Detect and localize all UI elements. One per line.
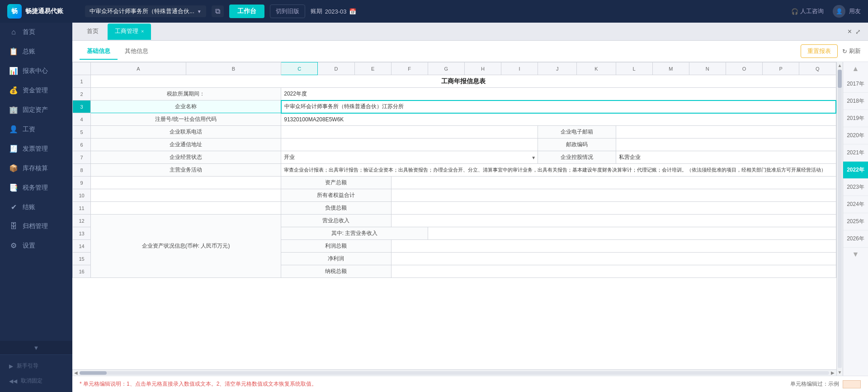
year-item-2026[interactable]: 2026年 bbox=[843, 230, 868, 248]
v-scroll-thumb[interactable] bbox=[838, 70, 842, 88]
col-O[interactable]: O bbox=[726, 62, 762, 75]
col-F[interactable]: F bbox=[391, 62, 428, 75]
col-M[interactable]: M bbox=[652, 62, 689, 75]
sidebar-bottom: ▶ 新手引导 ◀◀ 取消固定 bbox=[0, 354, 72, 392]
col-I[interactable]: I bbox=[501, 62, 538, 75]
table-row: 8 主营业务活动 审查企业会计报表；出具审计报告；验证企业资本；出具验资报告；办… bbox=[73, 164, 836, 177]
guide-icon: ▶ bbox=[9, 363, 13, 369]
company-selector[interactable]: 中审众环会计师事务所（特殊普通合伙... ▼ bbox=[85, 5, 206, 17]
v-scroll-track[interactable] bbox=[838, 70, 842, 368]
year-panel-up[interactable]: ▲ bbox=[843, 62, 868, 76]
sidebar-item-assets[interactable]: 🏢 固定资产 bbox=[0, 100, 72, 120]
vertical-scrollbar[interactable]: ▲ ▼ bbox=[836, 62, 843, 376]
cell-9-label: 资产总额 bbox=[281, 177, 391, 189]
row-num-7: 7 bbox=[73, 151, 91, 164]
sidebar-item-label: 资金管理 bbox=[23, 86, 48, 95]
spreadsheet-container[interactable]: A B C D E F G H I J bbox=[72, 62, 836, 369]
reset-report-button[interactable]: 重置报表 bbox=[801, 44, 838, 58]
col-J[interactable]: J bbox=[538, 62, 577, 75]
cell-10-value[interactable] bbox=[391, 189, 836, 202]
support-button[interactable]: 🎧 人工咨询 bbox=[791, 7, 824, 15]
sidebar-item-ledger[interactable]: 📋 总账 bbox=[0, 42, 72, 61]
year-item-2023[interactable]: 2023年 bbox=[843, 179, 868, 196]
cell-5-value1[interactable] bbox=[281, 126, 538, 139]
year-item-2024[interactable]: 2024年 bbox=[843, 196, 868, 213]
close-tab-icon[interactable]: × bbox=[141, 29, 144, 34]
cell-5-value2[interactable] bbox=[616, 126, 836, 139]
col-H[interactable]: H bbox=[464, 62, 501, 75]
sidebar-item-guide[interactable]: ▶ 新手引导 bbox=[0, 359, 72, 373]
scroll-track[interactable] bbox=[80, 371, 829, 375]
refresh-button[interactable]: ↻ 刷新 bbox=[842, 47, 861, 55]
tax-icon: 📑 bbox=[9, 183, 18, 192]
col-D[interactable]: D bbox=[318, 62, 354, 75]
calendar-icon[interactable]: 📅 bbox=[349, 8, 356, 15]
sub-tab-other[interactable]: 其他信息 bbox=[118, 43, 156, 60]
col-G[interactable]: G bbox=[428, 62, 464, 75]
scroll-up-button[interactable]: ▲ bbox=[837, 62, 843, 69]
sidebar-item-invoice[interactable]: 🧾 发票管理 bbox=[0, 139, 72, 158]
year-item-2019[interactable]: 2019年 bbox=[843, 110, 868, 127]
year-item-2018[interactable]: 2018年 bbox=[843, 93, 868, 110]
cell-11-value[interactable] bbox=[391, 202, 836, 215]
tab-home[interactable]: 首页 bbox=[80, 24, 106, 40]
cell-2-value[interactable]: 2022年度 bbox=[281, 88, 836, 100]
cell-13-value[interactable] bbox=[428, 227, 836, 240]
sidebar-item-home[interactable]: ⌂ 首页 bbox=[0, 23, 72, 42]
sidebar-item-funds[interactable]: 💰 资金管理 bbox=[0, 81, 72, 100]
close-window-button[interactable]: × bbox=[848, 28, 852, 36]
cell-3-value[interactable]: 中审众环会计师事务所（特殊普通合伙）江苏分所 bbox=[281, 100, 836, 113]
cell-16-value[interactable] bbox=[391, 265, 836, 278]
sidebar-item-settings[interactable]: ⚙ 设置 bbox=[0, 236, 72, 255]
year-item-2021[interactable]: 2021年 bbox=[843, 144, 868, 162]
horizontal-scrollbar[interactable]: ◀ ▶ bbox=[72, 369, 836, 376]
year-item-2025[interactable]: 2025年 bbox=[843, 213, 868, 230]
col-Q[interactable]: Q bbox=[799, 62, 836, 75]
col-P[interactable]: P bbox=[763, 62, 799, 75]
scroll-down-button[interactable]: ▼ bbox=[837, 369, 843, 376]
workbench-button[interactable]: 工作台 bbox=[229, 5, 264, 18]
sidebar-item-archive[interactable]: 🗄 归档管理 bbox=[0, 217, 72, 236]
sidebar-item-closing[interactable]: ✔ 结账 bbox=[0, 197, 72, 217]
scroll-left-button[interactable]: ◀ bbox=[74, 370, 78, 375]
col-A[interactable]: A bbox=[91, 62, 186, 75]
cell-4-label: 注册号/统一社会信用代码 bbox=[91, 113, 281, 126]
scroll-right-button[interactable]: ▶ bbox=[831, 370, 835, 375]
sidebar-item-tax[interactable]: 📑 税务管理 bbox=[0, 178, 72, 197]
cell-7-value1[interactable]: 开业 ▼ bbox=[281, 151, 538, 164]
sidebar-item-payroll[interactable]: 👤 工资 bbox=[0, 120, 72, 139]
col-N[interactable]: N bbox=[689, 62, 726, 75]
cell-6-label1: 企业通信地址 bbox=[91, 139, 281, 151]
cell-8-value[interactable]: 审查企业会计报表；出具审计报告；验证企业资本；出具验资报告；办理企业合开、分立、… bbox=[281, 164, 836, 177]
sidebar-scroll-down[interactable]: ▼ bbox=[0, 341, 72, 354]
year-panel-down[interactable]: ▼ bbox=[843, 248, 868, 261]
sub-tab-basic[interactable]: 基础信息 bbox=[80, 43, 118, 60]
sidebar-item-reports[interactable]: 📊 报表中心 bbox=[0, 61, 72, 81]
switch-version-button[interactable]: 切到旧版 bbox=[270, 5, 305, 18]
cell-3-label: 企业名称 bbox=[91, 100, 281, 113]
col-L[interactable]: L bbox=[616, 62, 652, 75]
cell-6-value2[interactable] bbox=[616, 139, 836, 151]
year-item-2022[interactable]: 2022年 bbox=[843, 162, 868, 179]
cell-7-value2[interactable]: 私营企业 bbox=[616, 151, 836, 164]
cell-15-value[interactable] bbox=[391, 253, 836, 265]
col-K[interactable]: K bbox=[577, 62, 616, 75]
cell-12-value[interactable] bbox=[391, 215, 836, 227]
tab-business[interactable]: 工商管理 × bbox=[108, 24, 151, 40]
cell-9-value[interactable] bbox=[391, 177, 836, 189]
scroll-thumb[interactable] bbox=[80, 371, 107, 375]
col-B[interactable]: B bbox=[186, 62, 281, 75]
cell-title[interactable]: 工商年报信息表 bbox=[91, 75, 836, 88]
cell-14-value[interactable] bbox=[391, 240, 836, 253]
col-E[interactable]: E bbox=[354, 62, 391, 75]
cell-6-value1[interactable] bbox=[281, 139, 538, 151]
col-C[interactable]: C bbox=[281, 62, 318, 75]
copy-button[interactable]: ⧉ bbox=[212, 5, 224, 17]
year-item-2020[interactable]: 2020年 bbox=[843, 127, 868, 144]
cell-4-value[interactable]: 91320100MA208E5W6K bbox=[281, 113, 836, 126]
expand-window-button[interactable]: ⤢ bbox=[855, 28, 861, 36]
user-area[interactable]: 👤 用友 bbox=[833, 5, 861, 18]
sidebar-item-unpin[interactable]: ◀◀ 取消固定 bbox=[0, 373, 72, 388]
year-item-2017[interactable]: 2017年 bbox=[843, 76, 868, 93]
sidebar-item-inventory[interactable]: 📦 库存核算 bbox=[0, 158, 72, 178]
